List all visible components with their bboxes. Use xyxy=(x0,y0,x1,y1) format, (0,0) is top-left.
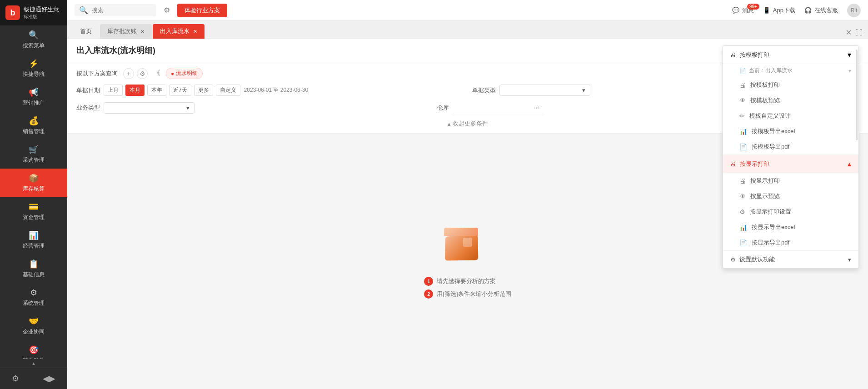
sidebar-item-marketing[interactable]: 📢 营销推广 xyxy=(0,83,67,111)
chevron-up-icon2: ▴ xyxy=(448,120,451,127)
active-filter-tag: ● 流水明细 xyxy=(166,68,203,79)
filter-setting-button[interactable]: ⚙ xyxy=(137,68,148,79)
sidebar-item-guide[interactable]: 🎯 新手引导 xyxy=(0,340,67,359)
message-button[interactable]: 💬 消息 99+ xyxy=(732,6,754,15)
print-icon: 🖨 xyxy=(739,81,746,89)
date-custom[interactable]: 自定义 xyxy=(216,85,240,96)
tag-icon: ● xyxy=(171,70,174,77)
sidebar: b 畅捷通好生意 标准版 🔍 搜索菜单 ⚡ 快捷导航 📢 营销推广 💰 销售管理… xyxy=(0,0,67,389)
display-print-header[interactable]: 🖨 按显示打印 xyxy=(723,155,858,173)
voucher-type-select[interactable]: ▾ xyxy=(499,85,590,96)
guide-icon: 🎯 xyxy=(29,345,39,355)
default-setting-item[interactable]: ⚙ 设置默认功能 xyxy=(723,251,858,268)
step-1-number: 1 xyxy=(424,277,433,286)
date-7days[interactable]: 近7天 xyxy=(169,85,191,96)
topbar-search[interactable]: 🔍 xyxy=(75,4,156,16)
tab-flow-close[interactable]: ✕ xyxy=(193,29,197,35)
sidebar-item-collab[interactable]: 🤝 企业协同 xyxy=(0,312,67,340)
template-print-title: 🖨 按模板打印 xyxy=(730,51,769,59)
sidebar-item-purchase[interactable]: 🛒 采购管理 xyxy=(0,140,67,169)
sidebar-scroll: 🔍 搜索菜单 ⚡ 快捷导航 📢 营销推广 💰 销售管理 🛒 采购管理 📦 库存核… xyxy=(0,25,67,359)
tab-flow[interactable]: 出入库流水 ✕ xyxy=(153,24,205,39)
business-type-select[interactable]: ▾ xyxy=(104,102,195,114)
headset-icon: 🎧 xyxy=(804,7,812,14)
sidebar-item-basic[interactable]: 📋 基础信息 xyxy=(0,254,67,283)
dropdown-scrollbar[interactable] xyxy=(856,50,858,140)
sidebar-item-quicknav[interactable]: ⚡ 快捷导航 xyxy=(0,54,67,83)
finance-icon: 💳 xyxy=(29,202,39,212)
purchase-icon: 🛒 xyxy=(29,145,39,155)
sidebar-label-sales: 销售管理 xyxy=(23,128,45,135)
warehouse-select[interactable]: ··· xyxy=(453,102,544,113)
app-download-button[interactable]: 📱 App下载 xyxy=(763,6,795,15)
user-avatar[interactable]: Rit xyxy=(847,4,861,17)
template-preview-item[interactable]: 👁 按模板预览 xyxy=(723,93,858,108)
tab-batch[interactable]: 库存批次账 ✕ xyxy=(100,24,152,39)
online-service-button[interactable]: 🎧 在线客服 xyxy=(804,6,838,15)
business-type-field: 业务类型 ▾ xyxy=(76,102,428,114)
date-filter: 上月 本月 本年 近7天 更多 自定义 xyxy=(104,85,240,96)
sidebar-label-quicknav: 快捷导航 xyxy=(23,70,45,78)
default-setting-chevron xyxy=(848,256,851,263)
display-export-pdf-item[interactable]: 📄 按显示导出pdf xyxy=(723,235,858,250)
sidebar-label-operation: 经营管理 xyxy=(23,242,45,250)
tab-bar-right: ✕ ⛶ xyxy=(846,28,863,39)
sidebar-item-inventory[interactable]: 📦 库存核算 xyxy=(0,169,67,197)
sidebar-scroll-up[interactable]: ▲ xyxy=(31,361,36,366)
display-print-item[interactable]: 🖨 按显示打印 xyxy=(723,173,858,189)
display-export-excel-item[interactable]: 📊 按显示导出excel xyxy=(723,219,858,235)
sidebar-item-finance[interactable]: 💳 资金管理 xyxy=(0,197,67,226)
display-section-chevron xyxy=(848,160,851,168)
message-badge: 99+ xyxy=(747,4,759,10)
topbar: 🔍 ⚙ 体验行业方案 💬 消息 99+ 📱 App下载 🎧 在线客服 Rit xyxy=(67,0,868,21)
template-design-item[interactable]: ✏ 模板自定义设计 xyxy=(723,108,858,124)
filter-actions: + ⚙ xyxy=(123,68,148,79)
filter-add-button[interactable]: + xyxy=(123,68,134,79)
mobile-icon: 📱 xyxy=(763,7,770,14)
template-export-excel-item[interactable]: 📊 按模板导出excel xyxy=(723,124,858,139)
tab-home[interactable]: 首页 xyxy=(73,24,99,39)
topbar-right: 💬 消息 99+ 📱 App下载 🎧 在线客服 Rit xyxy=(732,4,861,17)
sidebar-item-system[interactable]: ⚙ 系统管理 xyxy=(0,283,67,312)
marketing-icon: 📢 xyxy=(29,87,39,97)
tab-close-all-button[interactable]: ✕ xyxy=(846,28,852,37)
sidebar-item-sales[interactable]: 💰 销售管理 xyxy=(0,111,67,140)
empty-illustration xyxy=(440,224,495,269)
design-icon: ✏ xyxy=(739,112,745,120)
template-section-chevron xyxy=(848,50,851,59)
filter-label: 按以下方案查询 xyxy=(76,70,118,78)
date-this-month[interactable]: 本月 xyxy=(125,85,145,96)
template-print-item[interactable]: 🖨 按模板打印 xyxy=(723,77,858,93)
warehouse-label: 仓库 xyxy=(437,104,449,112)
search-input[interactable] xyxy=(92,7,146,14)
date-last-month[interactable]: 上月 xyxy=(104,85,123,96)
display-print-settings-item[interactable]: ⚙ 按显示打印设置 xyxy=(723,204,858,219)
display-print-icon: 🖨 xyxy=(730,160,736,167)
date-more[interactable]: 更多 xyxy=(194,85,213,96)
printer-icon-2: 🖨 xyxy=(730,51,736,58)
app-logo-icon: b xyxy=(5,5,20,20)
template-export-pdf-item[interactable]: 📄 按模板导出pdf xyxy=(723,139,858,155)
date-filter-field: 单据日期 上月 本月 本年 近7天 更多 自定义 2023-06-01 至 20… xyxy=(76,85,463,96)
gear-icon[interactable]: ⚙ xyxy=(162,4,172,16)
display-preview-item[interactable]: 👁 按显示预览 xyxy=(723,189,858,204)
tab-maximize-button[interactable]: ⛶ xyxy=(855,29,863,37)
more-icon: ··· xyxy=(534,104,539,111)
collab-icon: 🤝 xyxy=(29,316,39,326)
tab-batch-close[interactable]: ✕ xyxy=(140,29,145,35)
sidebar-item-search[interactable]: 🔍 搜索菜单 xyxy=(0,25,67,54)
display-settings-icon: ⚙ xyxy=(739,208,745,215)
settings-icon[interactable]: ⚙ xyxy=(12,374,19,384)
display-preview-icon: 👁 xyxy=(739,193,746,200)
print-dropdown-panel: 🖨 按模板打印 📄 当前：出入库流水 ▾ 🖨 按模板打印 👁 按模板预览 ✏ 模… xyxy=(723,45,859,269)
basic-icon: 📋 xyxy=(29,259,39,269)
sidebar-item-operation[interactable]: 📊 经营管理 xyxy=(0,226,67,254)
empty-step-2: 2 用[筛选]条件来缩小分析范围 xyxy=(424,289,511,299)
industry-solution-button[interactable]: 体验行业方案 xyxy=(177,4,227,17)
tab-flow-label: 出入库流水 xyxy=(160,27,190,35)
collapse-icon[interactable]: ◀▶ xyxy=(43,374,55,384)
step-2-number: 2 xyxy=(424,289,433,299)
template-print-header[interactable]: 🖨 按模板打印 xyxy=(723,46,858,64)
filter-collapse-icon[interactable]: 《 xyxy=(153,69,160,78)
date-this-year[interactable]: 本年 xyxy=(147,85,166,96)
